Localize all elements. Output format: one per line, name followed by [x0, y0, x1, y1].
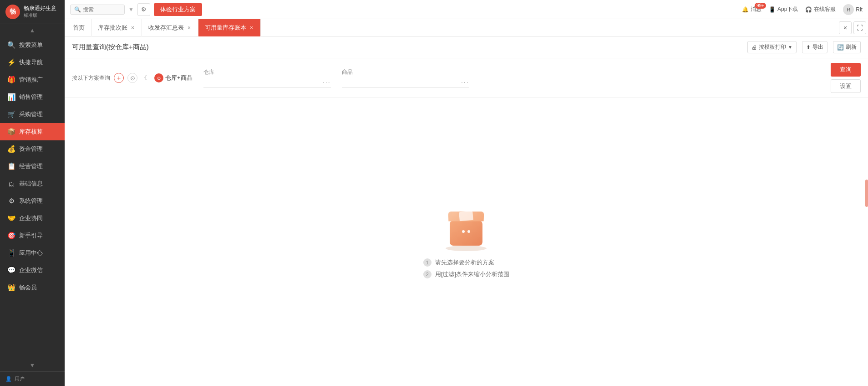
sidebar-item-label: 企业微信: [19, 266, 43, 274]
export-btn[interactable]: ⬆ 导出: [802, 41, 827, 53]
filter-collapse-btn[interactable]: 《: [141, 74, 147, 82]
print-icon: 🖨: [751, 44, 757, 51]
online-service-btn[interactable]: 🎧 在线客服: [805, 5, 836, 13]
warehouse-input[interactable]: [203, 79, 321, 86]
query-action-area: 查询 设置: [831, 63, 861, 93]
sidebar-item-basic-info[interactable]: 🗂 基础信息: [0, 175, 65, 192]
username-label: Rit: [856, 6, 863, 13]
sidebar-item-search[interactable]: 🔍 搜索菜单: [0, 36, 65, 54]
cart-icon: 🛒: [7, 110, 15, 118]
tab-collect-ledger-close[interactable]: ×: [187, 24, 192, 31]
box-paper: [459, 211, 474, 221]
online-service-label: 在线客服: [814, 5, 836, 13]
filter-add-btn[interactable]: +: [114, 73, 124, 83]
sidebar-scroll-down[interactable]: ▼: [0, 359, 65, 371]
sidebar-item-onboarding[interactable]: 🎯 新手引导: [0, 227, 65, 244]
sidebar-item-cooperation[interactable]: 🤝 企业协同: [0, 210, 65, 227]
tab-collect-ledger-label: 收发存汇总表: [148, 24, 184, 32]
warehouse-field-label: 仓库: [203, 68, 331, 76]
topbar-search-box[interactable]: 🔍: [70, 5, 125, 15]
search-input[interactable]: [83, 6, 119, 13]
page-header: 可用量查询(按仓库+商品) 🖨 按模板打印 ▼ ⬆ 导出 🔄 刷新: [65, 36, 868, 58]
box-icon: 📦: [7, 128, 15, 136]
tab-batch-ledger[interactable]: 库存批次账 ×: [91, 19, 142, 36]
product-more-icon[interactable]: ···: [461, 78, 469, 86]
target-icon: 🎯: [7, 232, 15, 240]
settings-icon-btn[interactable]: ⚙: [137, 3, 150, 16]
sidebar-item-label: 快捷导航: [19, 58, 43, 67]
tab-available-ledger[interactable]: 可用量库存账本 ×: [198, 19, 261, 36]
chevron-down-icon[interactable]: ▼: [128, 6, 134, 13]
filter-settings-btn[interactable]: ⊙: [127, 73, 137, 83]
sidebar-item-sales[interactable]: 📊 销售管理: [0, 88, 65, 106]
industry-btn[interactable]: 体验行业方案: [154, 3, 202, 16]
sidebar-item-wechat[interactable]: 💬 企业微信: [0, 262, 65, 279]
sidebar-scroll-up[interactable]: ▲: [0, 24, 65, 36]
tab-batch-ledger-close[interactable]: ×: [130, 24, 135, 31]
hint-num-2: 2: [423, 270, 431, 278]
sidebar-item-purchase[interactable]: 🛒 采购管理: [0, 106, 65, 123]
print-btn[interactable]: 🖨 按模板打印 ▼: [747, 41, 797, 53]
sidebar-nav: 🔍 搜索菜单 ⚡ 快捷导航 🎁 营销推广 📊 销售管理 🛒 采购管理 📦 库存核…: [0, 36, 65, 359]
tab-home[interactable]: 首页: [66, 19, 91, 36]
sidebar-item-label: 资金管理: [19, 145, 43, 153]
crown-icon: 👑: [7, 283, 15, 292]
empty-state: 1 请先选择要分析的方案 2 用[过滤]条件来缩小分析范围: [423, 206, 509, 278]
avatar: R: [843, 4, 854, 15]
phone-icon: 📱: [769, 6, 776, 13]
sidebar-item-operations[interactable]: 📋 经营管理: [0, 158, 65, 175]
user-menu[interactable]: R Rit: [843, 4, 863, 15]
sidebar-item-marketing[interactable]: 🎁 营销推广: [0, 71, 65, 88]
sidebar-item-label: 搜索菜单: [19, 41, 43, 49]
close-window-btn[interactable]: ×: [839, 21, 852, 34]
app-logo: 畅: [5, 5, 20, 19]
refresh-label: 刷新: [846, 43, 857, 51]
chart-icon: 📊: [7, 93, 15, 101]
app-title: 畅康通好生意: [24, 5, 56, 12]
sidebar-bottom[interactable]: 👤 用户: [0, 371, 65, 386]
hint-text-1: 请先选择要分析的方案: [435, 258, 494, 267]
print-label: 按模板打印: [759, 43, 786, 51]
sidebar-item-app-center[interactable]: 📱 应用中心: [0, 244, 65, 262]
sidebar-item-label: 营销推广: [19, 76, 43, 84]
sidebar-item-label: 新手引导: [19, 232, 43, 240]
clipboard-icon: 📋: [7, 162, 15, 170]
sidebar-item-label: 应用中心: [19, 249, 43, 257]
refresh-btn[interactable]: 🔄 刷新: [833, 41, 861, 53]
scheme-icon: ⊙: [154, 73, 163, 82]
sidebar-item-member[interactable]: 👑 畅会员: [0, 279, 65, 296]
box-body: [450, 221, 482, 246]
message-btn[interactable]: 🔔 消息 99+: [742, 5, 761, 13]
sidebar-item-finance[interactable]: 💰 资金管理: [0, 140, 65, 158]
app-subtitle: 标准版: [24, 12, 56, 19]
sidebar-item-label: 基础信息: [19, 180, 43, 188]
scheme-label: 仓库+商品: [165, 74, 193, 82]
sidebar-item-label: 采购管理: [19, 110, 43, 118]
refresh-icon: 🔄: [837, 44, 844, 51]
warehouse-more-icon[interactable]: ···: [323, 78, 331, 86]
right-scroll-hint[interactable]: [865, 180, 868, 207]
column-settings-btn[interactable]: 设置: [831, 79, 861, 93]
sidebar-header: 畅 畅康通好生意 标准版: [0, 0, 65, 24]
sidebar-item-label: 企业协同: [19, 214, 43, 222]
app-download-label: App下载: [777, 5, 798, 13]
tab-available-ledger-label: 可用量库存账本: [205, 24, 246, 32]
sidebar-item-system[interactable]: ⚙ 系统管理: [0, 192, 65, 210]
chat-icon: 💬: [7, 266, 15, 274]
filter-scheme[interactable]: ⊙ 仓库+商品: [154, 73, 193, 82]
export-icon: ⬆: [806, 44, 811, 51]
tab-available-ledger-close[interactable]: ×: [249, 24, 254, 31]
folder-icon: 🗂: [7, 180, 15, 188]
sidebar-user-label: 用户: [15, 376, 25, 382]
maximize-window-btn[interactable]: ⛶: [853, 21, 866, 34]
tab-collect-ledger[interactable]: 收发存汇总表 ×: [142, 19, 198, 36]
sidebar-item-inventory[interactable]: 📦 库存核算: [0, 123, 65, 140]
sidebar-item-shortcut[interactable]: ⚡ 快捷导航: [0, 54, 65, 71]
phone-icon: 📱: [7, 249, 15, 257]
query-btn[interactable]: 查询: [831, 63, 861, 77]
tabs-bar: 首页 库存批次账 × 收发存汇总表 × 可用量库存账本 × × ⛶: [65, 19, 868, 36]
handshake-icon: 🤝: [7, 214, 15, 222]
product-input[interactable]: [342, 79, 459, 86]
app-download-btn[interactable]: 📱 App下载: [769, 5, 798, 13]
product-field-label: 商品: [342, 68, 469, 76]
